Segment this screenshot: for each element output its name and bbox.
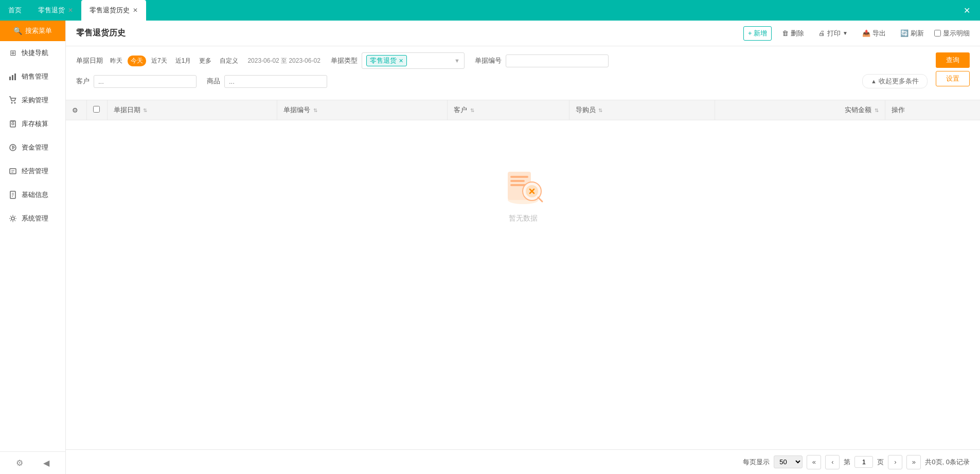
sidebar-item-sales-mgmt[interactable]: 销售管理 <box>0 65 65 88</box>
svg-rect-2 <box>14 74 16 80</box>
sidebar-item-quick-nav[interactable]: ⊞ 快捷导航 <box>0 41 65 65</box>
collapse-label: 收起更多条件 <box>879 77 919 86</box>
tab-home-label: 首页 <box>8 6 22 15</box>
th-actual-amount[interactable]: 实销金额 ⇅ <box>715 100 885 120</box>
next-page-button[interactable]: › <box>888 455 902 469</box>
page-number-input[interactable] <box>854 456 873 468</box>
table-area: ⚙ 单据日期 ⇅ 单据编号 ⇅ <box>66 100 980 449</box>
table-header-row: ⚙ 单据日期 ⇅ 单据编号 ⇅ <box>66 100 980 120</box>
voucher-type-dropdown-icon: ▼ <box>454 58 460 64</box>
th-customer[interactable]: 客户 ⇅ <box>448 100 569 120</box>
sidebar-item-basic-info[interactable]: 基础信息 <box>0 183 65 207</box>
th-guide[interactable]: 导购员 ⇅ <box>569 100 715 120</box>
query-button[interactable]: 查询 <box>936 52 970 68</box>
voucher-no-input[interactable] <box>506 54 609 67</box>
voucher-type-select[interactable]: 零售退货 ✕ ▼ <box>362 52 465 69</box>
voucher-type-label: 单据类型 <box>331 56 358 65</box>
sidebar-toggle-button[interactable]: ◀ <box>43 458 49 468</box>
filter-item-goods: 商品 <box>207 75 327 88</box>
actual-amount-sort-icon: ⇅ <box>875 107 879 113</box>
tab-retail-return-history-close[interactable]: ✕ <box>133 7 138 14</box>
select-all-checkbox[interactable] <box>93 106 100 113</box>
svg-rect-14 <box>510 180 525 182</box>
voucher-date-sort-icon: ⇅ <box>143 107 147 113</box>
sidebar-item-purchase-mgmt[interactable]: 采购管理 <box>0 88 65 112</box>
last-page-button[interactable]: » <box>906 455 921 469</box>
filter-item-customer: 客户 <box>76 75 197 88</box>
date-shortcut-more[interactable]: 更多 <box>196 56 215 66</box>
table-settings-icon[interactable]: ⚙ <box>72 106 78 114</box>
search-icon: 🔍 <box>13 27 22 35</box>
goods-input[interactable] <box>224 75 327 88</box>
sidebar-settings-button[interactable]: ⚙ <box>16 458 23 468</box>
voucher-no-label: 单据编号 <box>475 56 502 65</box>
voucher-date-label: 单据日期 <box>76 56 103 65</box>
filter-item-voucher-no: 单据编号 <box>475 54 609 67</box>
sidebar-item-operations-label: 经营管理 <box>22 167 48 176</box>
th-voucher-no-label: 单据编号 <box>283 106 310 114</box>
export-button[interactable]: 📤 导出 <box>858 27 890 40</box>
tab-retail-return-history[interactable]: 零售退货历史 ✕ <box>81 0 146 21</box>
tab-retail-return[interactable]: 零售退货 ✕ <box>30 0 81 21</box>
data-table: ⚙ 单据日期 ⇅ 单据编号 ⇅ <box>66 100 980 120</box>
top-bar-right: ✕ <box>961 5 980 15</box>
purchase-mgmt-icon <box>8 96 17 105</box>
tab-home[interactable]: 首页 <box>0 0 30 21</box>
sidebar-item-finance[interactable]: 资金管理 <box>0 136 65 159</box>
first-page-button[interactable]: « <box>807 455 821 469</box>
sidebar-item-sales-mgmt-label: 销售管理 <box>22 72 48 81</box>
date-shortcut-1month[interactable]: 近1月 <box>172 56 194 66</box>
filter-fields: 单据日期 昨天 今天 近7天 近1月 更多 自定义 2023-06-02 至 2… <box>76 52 928 94</box>
new-label: + 新增 <box>748 29 767 38</box>
date-shortcut-custom[interactable]: 自定义 <box>217 56 241 66</box>
quick-nav-icon: ⊞ <box>8 48 17 58</box>
window-close-button[interactable]: ✕ <box>961 5 972 15</box>
sidebar-item-system-mgmt[interactable]: 系统管理 <box>0 207 65 230</box>
svg-point-6 <box>12 123 14 125</box>
date-range-display: 2023-06-02 至 2023-06-02 <box>247 57 320 65</box>
th-voucher-no[interactable]: 单据编号 ⇅ <box>277 100 448 120</box>
collapse-button[interactable]: ▲ 收起更多条件 <box>862 74 928 88</box>
delete-button[interactable]: 🗑 删除 <box>778 27 808 40</box>
filter-row-2: 客户 商品 ▲ 收起更多条件 <box>76 74 928 88</box>
th-settings[interactable]: ⚙ <box>66 100 86 120</box>
sales-mgmt-icon <box>8 72 17 81</box>
sidebar: 🔍 搜索菜单 ⊞ 快捷导航 销售管理 采购管理 <box>0 21 66 474</box>
print-button[interactable]: 🖨 打印 ▼ <box>814 27 852 40</box>
sidebar-item-operations[interactable]: 经营管理 <box>0 159 65 183</box>
new-button[interactable]: + 新增 <box>743 26 772 41</box>
voucher-type-tag-close[interactable]: ✕ <box>399 58 403 64</box>
page-size-select[interactable]: 50 100 200 <box>774 455 803 468</box>
sidebar-item-system-mgmt-label: 系统管理 <box>22 214 48 223</box>
date-shortcut-7days[interactable]: 近7天 <box>148 56 170 66</box>
customer-label: 客户 <box>76 77 90 86</box>
date-shortcut-today[interactable]: 今天 <box>128 56 146 66</box>
filter-settings-button[interactable]: 设置 <box>936 71 970 86</box>
display-detail-checkbox-label[interactable]: 显示明细 <box>934 29 970 38</box>
svg-rect-1 <box>12 75 13 80</box>
page-size-label: 每页显示 <box>743 458 770 467</box>
tab-retail-return-close[interactable]: ✕ <box>68 7 73 14</box>
pagination-bar: 每页显示 50 100 200 « ‹ 第 页 › » 共0页, 0条记录 <box>66 449 980 474</box>
refresh-label: 刷新 <box>911 29 924 38</box>
sidebar-item-quick-nav-label: 快捷导航 <box>22 48 48 58</box>
filter-row-1: 单据日期 昨天 今天 近7天 近1月 更多 自定义 2023-06-02 至 2… <box>76 52 928 69</box>
display-detail-checkbox[interactable] <box>934 30 941 37</box>
filter-item-date: 单据日期 昨天 今天 近7天 近1月 更多 自定义 2023-06-02 至 2… <box>76 56 320 66</box>
sidebar-item-inventory[interactable]: 库存核算 <box>0 112 65 136</box>
sidebar-item-basic-info-label: 基础信息 <box>22 190 48 199</box>
date-shortcut-yesterday[interactable]: 昨天 <box>107 56 126 66</box>
export-label: 导出 <box>872 29 886 38</box>
th-voucher-date[interactable]: 单据日期 ⇅ <box>107 100 277 120</box>
delete-label: 删除 <box>791 29 804 38</box>
print-label: 打印 <box>827 29 841 38</box>
prev-page-button[interactable]: ‹ <box>825 455 840 469</box>
svg-point-3 <box>11 102 13 104</box>
th-checkbox[interactable] <box>86 100 107 120</box>
svg-point-4 <box>14 102 16 104</box>
customer-input[interactable] <box>94 75 197 88</box>
refresh-button[interactable]: 🔄 刷新 <box>896 27 928 40</box>
th-voucher-date-label: 单据日期 <box>114 106 140 114</box>
sidebar-search-button[interactable]: 🔍 搜索菜单 <box>0 21 65 41</box>
tab-retail-return-history-label: 零售退货历史 <box>90 6 130 15</box>
